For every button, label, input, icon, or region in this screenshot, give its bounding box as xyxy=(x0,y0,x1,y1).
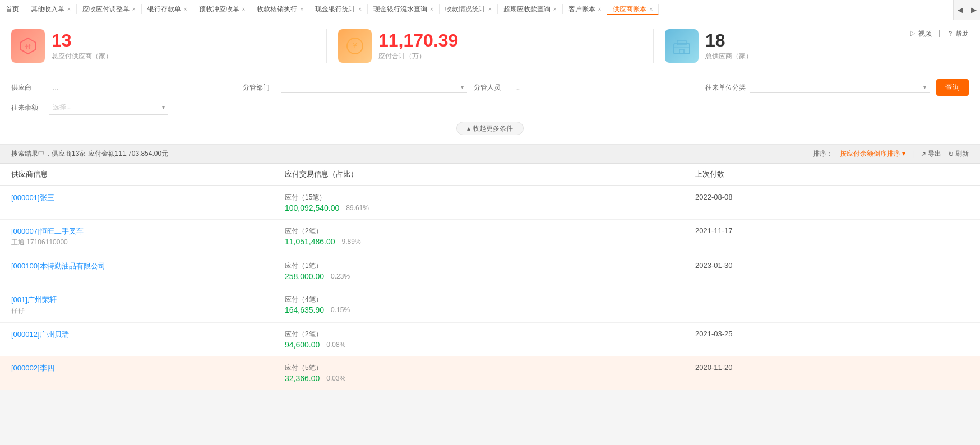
supplier-count: 18 xyxy=(705,31,752,49)
tx-amount-5[interactable]: 32,366.00 xyxy=(285,374,320,383)
last-payment-1: 2021-11-17 xyxy=(695,226,969,235)
help-icon: ？ xyxy=(947,30,954,38)
nav-item-11[interactable]: 供应商账本× xyxy=(607,4,659,15)
tx-label-2: 应付（1笔） xyxy=(285,261,695,271)
nav-close-4[interactable]: × xyxy=(242,6,246,12)
nav-item-5[interactable]: 收款核销执行× xyxy=(251,4,309,14)
supplier-contact-3: 仔仔 xyxy=(11,306,285,316)
supplier-link-1[interactable]: [000007]恒旺二手叉车 xyxy=(11,227,84,235)
supplier-link-0[interactable]: [000001]张三 xyxy=(11,193,54,202)
tx-pct-2: 0.23% xyxy=(331,272,350,280)
tx-cell-5: 应付（5笔）32,366.000.03% xyxy=(285,363,695,383)
query-button[interactable]: 查询 xyxy=(936,79,969,96)
refresh-label: 刷新 xyxy=(955,149,969,159)
tx-row-4: 94,600.000.08% xyxy=(285,340,695,349)
divider-1 xyxy=(326,29,327,63)
tx-row-5: 32,366.000.03% xyxy=(285,374,695,383)
help-link[interactable]: ？ 帮助 xyxy=(947,29,969,39)
supplier-cell-2: [000100]本特勤油品有限公司 xyxy=(11,261,285,271)
payable-amount-summary: ¥ 11,170.39 应付合计（万） xyxy=(338,29,642,63)
nav-item-10[interactable]: 客户账本× xyxy=(563,4,608,14)
divider-2 xyxy=(653,29,654,63)
amount-icon: ¥ xyxy=(338,29,372,63)
supplier-contact-1: 王通 17106110000 xyxy=(11,238,285,247)
dept-arrow-icon: ▾ xyxy=(461,84,464,90)
nav-close-5[interactable]: × xyxy=(300,6,303,12)
supplier-input[interactable] xyxy=(49,81,236,94)
nav-close-6[interactable]: × xyxy=(358,6,362,12)
nav-item-9[interactable]: 超期应收款查询× xyxy=(498,4,563,14)
last-payment-0: 2022-08-08 xyxy=(695,193,969,201)
supplier-link-5[interactable]: [000002]李四 xyxy=(11,364,54,372)
nav-item-7[interactable]: 现金银行流水查询× xyxy=(368,4,440,14)
collapse-label: 收起更多条件 xyxy=(473,124,513,133)
payable-amount-info: 11,170.39 应付合计（万） xyxy=(378,31,458,61)
payable-count: 13 xyxy=(52,31,112,49)
nav-arrows: ◀ ▶ xyxy=(953,0,980,20)
balance-filter: 往来余额 选择... ▾ xyxy=(11,100,168,115)
tx-amount-0[interactable]: 100,092,540.00 xyxy=(285,203,339,212)
supplier-cell-4: [000012]广州贝瑞 xyxy=(11,330,285,340)
supplier-link-4[interactable]: [000012]广州贝瑞 xyxy=(11,330,69,339)
svg-text:付: 付 xyxy=(25,43,31,49)
supplier-count-label: 总供应商（家） xyxy=(705,52,752,61)
balance-dropdown[interactable]: 选择... ▾ xyxy=(49,100,168,115)
tx-cell-3: 应付（4笔）164,635.900.15% xyxy=(285,295,695,314)
last-payment-5: 2020-11-20 xyxy=(695,363,969,372)
tx-amount-3[interactable]: 164,635.90 xyxy=(285,305,324,314)
tx-row-3: 164,635.900.15% xyxy=(285,305,695,314)
col-transaction-info: 应付交易信息（占比） xyxy=(285,169,695,179)
payable-amount: 11,170.39 xyxy=(378,31,458,49)
nav-close-1[interactable]: × xyxy=(67,6,71,12)
nav-item-3[interactable]: 银行存款单× xyxy=(142,4,193,14)
nav-close-2[interactable]: × xyxy=(132,6,136,12)
nav-next-arrow[interactable]: ▶ xyxy=(967,0,980,20)
table-header: 供应商信息 应付交易信息（占比） 上次付数 xyxy=(0,164,980,186)
tx-amount-4[interactable]: 94,600.00 xyxy=(285,340,320,349)
nav-item-2[interactable]: 应收应付调整单× xyxy=(77,4,142,14)
table-row: [000002]李四应付（5笔）32,366.000.03%2020-11-20 xyxy=(0,356,980,390)
sort-value[interactable]: 按应付余额倒序排序 ▾ xyxy=(840,149,905,159)
tx-label-4: 应付（2笔） xyxy=(285,330,695,339)
table-row: [001]广州荣轩仔仔应付（4笔）164,635.900.15% xyxy=(0,288,980,323)
nav-close-7[interactable]: × xyxy=(430,6,433,12)
tx-pct-4: 0.08% xyxy=(326,341,345,349)
table-row: [000100]本特勤油品有限公司应付（1笔）258,000.000.23%20… xyxy=(0,254,980,288)
tx-amount-1[interactable]: 11,051,486.00 xyxy=(285,237,335,246)
nav-close-9[interactable]: × xyxy=(553,6,557,12)
dept-dropdown[interactable]: ▾ xyxy=(281,82,468,93)
supplier-link-3[interactable]: [001]广州荣轩 xyxy=(11,295,57,304)
supplier-filter: 供应商 xyxy=(11,81,236,94)
nav-item-4[interactable]: 预收冲应收单× xyxy=(193,4,252,14)
category-dropdown[interactable]: ▾ xyxy=(750,82,930,93)
nav-close-10[interactable]: × xyxy=(598,6,602,12)
refresh-button[interactable]: ↻ 刷新 xyxy=(948,149,969,159)
nav-item-1[interactable]: 其他收入单× xyxy=(25,4,77,14)
nav-close-3[interactable]: × xyxy=(184,6,187,12)
tx-pct-5: 0.03% xyxy=(326,374,345,382)
filter-area: 供应商 分管部门 ▾ 分管人员 往来单位分类 ▾ xyxy=(0,72,980,145)
nav-prev-arrow[interactable]: ◀ xyxy=(953,0,967,20)
table-body: [000001]张三应付（15笔）100,092,540.0089.61%202… xyxy=(0,186,980,390)
result-bar: 搜索结果中，供应商13家 应付金额111,703,854.00元 排序： 按应付… xyxy=(0,145,980,164)
tx-amount-2[interactable]: 258,000.00 xyxy=(285,272,324,281)
divider-actions: | xyxy=(912,150,914,158)
collapse-button[interactable]: ▴ 收起更多条件 xyxy=(456,122,524,135)
tx-label-3: 应付（4笔） xyxy=(285,295,695,304)
person-label: 分管人员 xyxy=(474,83,507,92)
supplier-link-2[interactable]: [000100]本特勤油品有限公司 xyxy=(11,262,105,270)
balance-label: 往来余额 xyxy=(11,103,45,113)
tx-pct-0: 89.61% xyxy=(346,204,369,212)
nav-item-0[interactable]: 首页 xyxy=(0,4,25,14)
result-text: 搜索结果中，供应商13家 应付金额111,703,854.00元 xyxy=(11,149,168,159)
payable-suppliers-info: 13 总应付供应商（家） xyxy=(52,31,112,61)
video-link[interactable]: ▷ 视频 xyxy=(909,29,931,39)
nav-close-8[interactable]: × xyxy=(488,6,492,12)
person-input[interactable] xyxy=(512,81,699,94)
nav-close-11[interactable]: × xyxy=(649,6,653,12)
nav-item-8[interactable]: 收款情况统计× xyxy=(440,4,498,14)
nav-item-6[interactable]: 现金银行统计× xyxy=(309,4,368,14)
export-button[interactable]: ↗ 导出 xyxy=(921,149,941,159)
col-supplier-info: 供应商信息 xyxy=(11,169,285,179)
table-row: [000012]广州贝瑞应付（2笔）94,600.000.08%2021-03-… xyxy=(0,323,980,356)
